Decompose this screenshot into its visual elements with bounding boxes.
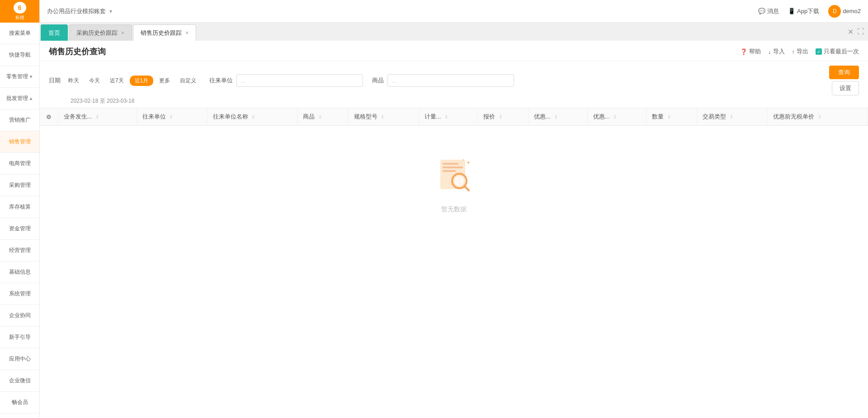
doc-line3 [443,170,456,172]
sidebar-item-marketing[interactable]: 营销推广 [0,109,39,131]
sidebar-item-retail-mgmt[interactable]: 零售管理 ▼ [0,66,39,88]
sidebar-item-operations[interactable]: 经营管理 [0,240,39,261]
tab-purchase-history-close[interactable]: × [121,30,124,36]
col-partner-code[interactable]: 往来单位 ⇕ [137,108,207,126]
col-settings[interactable]: ⚙ [40,108,58,126]
date-btn-custom[interactable]: 自定义 [176,76,200,86]
col-discount1[interactable]: 优惠... ⇕ [528,108,587,126]
sidebar-label-retail-mgmt: 零售管理 [6,73,28,81]
sidebar-item-finance[interactable]: 资金管理 [0,218,39,240]
app-download-label: App下载 [797,7,819,15]
app-download-action[interactable]: 📱 App下载 [788,7,819,15]
logo-icon: 6 [14,2,26,14]
user-action[interactable]: D demo2 [828,5,861,18]
col-partner-code-label: 往来单位 [142,113,166,120]
sidebar-label-basic-info: 基础信息 [9,268,31,276]
sidebar-item-basic-info[interactable]: 基础信息 [0,261,39,283]
sidebar-label-sales-mgmt: 销售管理 [9,138,31,146]
col-biz-date[interactable]: 业务发生... ⇕ [58,108,137,126]
only-last-checkbox[interactable]: ✓ [816,48,822,55]
header-dropdown-icon[interactable]: ▾ [109,8,112,14]
app-logo: 6 标搜 [0,0,39,23]
product-filter-label: 商品 [372,76,384,85]
help-action[interactable]: ❓ 帮助 [740,48,761,56]
export-label: 导出 [797,48,808,56]
tab-sales-history[interactable]: 销售历史价跟踪 × [133,24,196,41]
sidebar-item-membership[interactable]: 畅会员 [0,392,39,413]
col-discount2[interactable]: 优惠... ⇕ [587,108,646,126]
export-action[interactable]: ↑ 导出 [792,48,809,56]
date-btn-last-month[interactable]: 近1月 [130,76,154,86]
sidebar-label-marketing: 营销推广 [9,116,31,124]
query-button[interactable]: 查询 [829,66,859,79]
partner-filter-label: 往来单位 [209,76,233,85]
sort-icon-unit: ⇕ [444,114,448,119]
sort-icon-product: ⇕ [318,114,322,119]
main-area: 办公用品行业模拟账套 ▾ 💬 消息 📱 App下载 D demo2 首页 采购历… [40,0,868,418]
table-container: ⚙ 业务发生... ⇕ 往来单位 ⇕ 往来单位名称 ⇕ [40,108,868,418]
sidebar-item-purchase[interactable]: 采购管理 [0,175,39,196]
only-last-action[interactable]: ✓ 只看最后一次 [816,48,859,56]
col-product-label: 商品 [303,113,315,120]
sidebar-item-ecommerce[interactable]: 电商管理 [0,153,39,175]
sidebar-item-inventory[interactable]: 库存核算 [0,196,39,218]
only-last-label: 只看最后一次 [824,48,859,56]
message-icon: 💬 [758,8,765,14]
tab-home-label: 首页 [48,29,60,37]
tab-sales-history-close[interactable]: × [185,30,189,36]
sidebar-item-wholesale-mgmt[interactable]: 批发管理 ▲ [0,88,39,109]
date-btn-last7[interactable]: 近7天 [106,76,128,86]
page-header-actions: ❓ 帮助 ↓ 导入 ↑ 导出 ✓ 只看最后一次 [740,48,859,56]
sidebar-label-enterprise-wechat: 企业微信 [9,377,31,385]
col-quote-price[interactable]: 报价 ⇕ [478,108,528,126]
import-action[interactable]: ↓ 导入 [768,48,785,56]
filter-row-2: 2023-02-18 至 2023-03-18 [49,97,859,105]
import-icon: ↓ [768,48,771,55]
tab-purchase-history[interactable]: 采购历史价跟踪 × [69,24,132,41]
sidebar-item-app-center[interactable]: 应用中心 [0,348,39,370]
sort-icon-biz-date: ⇕ [95,114,99,119]
sidebar-item-system[interactable]: 系统管理 [0,283,39,305]
col-pre-discount-price[interactable]: 优惠前无税单价 ⇕ [768,108,868,126]
sidebar-item-enterprise-wechat[interactable]: 企业微信 [0,370,39,392]
col-spec[interactable]: 规格型号 ⇕ [348,108,419,126]
settings-icon: ⚙ [46,114,52,120]
help-icon: ❓ [740,48,747,55]
product-filter-select[interactable]: ... [387,74,514,87]
sidebar-label-wholesale-mgmt: 批发管理 [6,95,28,102]
app-header: 办公用品行业模拟账套 ▾ 💬 消息 📱 App下载 D demo2 [40,0,868,23]
date-btn-more[interactable]: 更多 [155,76,174,86]
tab-maximize-icon[interactable]: ⛶ [857,28,864,36]
empty-svg: ✦ ✦ [431,153,476,198]
sort-icon-quantity: ⇕ [667,114,671,119]
tab-close-all-icon[interactable]: ✕ [848,28,854,36]
sort-icon-discount2: ⇕ [613,114,617,119]
tab-home[interactable]: 首页 [41,24,68,41]
sidebar-item-enterprise[interactable]: 企业协同 [0,305,39,327]
date-range-display: 2023-02-18 至 2023-03-18 [71,97,134,105]
sidebar-label-membership: 畅会员 [12,399,28,406]
sidebar-item-quick-nav[interactable]: 快捷导航 [0,44,39,66]
empty-illustration: ✦ ✦ [431,153,476,198]
date-shortcuts: 昨天 今天 近7天 近1月 更多 自定义 [64,76,200,86]
date-filter-label: 日期 [49,76,61,85]
col-unit-label: 计量... [425,113,441,120]
col-partner-name[interactable]: 往来单位名称 ⇕ [207,108,297,126]
col-unit[interactable]: 计量... ⇕ [419,108,477,126]
col-quantity[interactable]: 数量 ⇕ [646,108,697,126]
date-btn-yesterday[interactable]: 昨天 [64,76,83,86]
col-product[interactable]: 商品 ⇕ [297,108,348,126]
sidebar-item-search-menu[interactable]: 搜索菜单 [0,23,39,44]
date-btn-today[interactable]: 今天 [85,76,104,86]
sidebar-item-new-guide[interactable]: 新手引导 [0,327,39,348]
sidebar-label-system: 系统管理 [9,290,31,298]
retail-mgmt-arrow: ▼ [29,74,33,80]
sidebar-item-sales-mgmt[interactable]: 销售管理 [0,131,39,153]
partner-filter-select[interactable]: ... [236,74,363,87]
sort-icon-partner-name: ⇕ [251,114,255,119]
settings-button[interactable]: 设置 [832,81,859,95]
col-trade-type[interactable]: 交易类型 ⇕ [697,108,768,126]
svg-text:✦: ✦ [467,160,470,165]
doc-line1 [443,163,458,165]
message-action[interactable]: 💬 消息 [758,7,779,15]
